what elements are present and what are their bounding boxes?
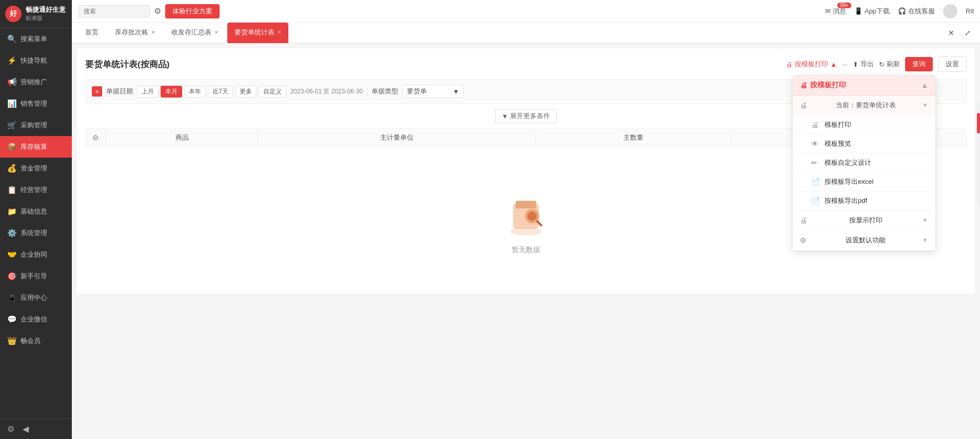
date-current-month-button[interactable]: 本月: [161, 86, 182, 98]
avatar[interactable]: [943, 4, 957, 18]
gear-icon[interactable]: ⚙: [154, 6, 161, 16]
dropdown-display-print[interactable]: 🖨 按显示打印 ▼: [793, 211, 935, 231]
dropdown-default-func[interactable]: ⚙ 设置默认功能 ▼: [793, 231, 935, 251]
sidebar-item-newguide[interactable]: 🎯 新手引导: [0, 265, 72, 287]
dropdown-export-pdf[interactable]: 📄 按模板导出pdf: [793, 192, 935, 211]
refresh-button[interactable]: ↻ 刷新: [879, 60, 900, 69]
message-badge: 99+: [837, 3, 851, 8]
more-icon: ···: [842, 61, 848, 68]
table-header-unit: 主计量单位: [258, 129, 536, 147]
template-preview-icon: 👁: [811, 140, 820, 148]
trial-button[interactable]: 体验行业方案: [165, 4, 220, 18]
sidebar-item-system[interactable]: ⚙️ 系统管理: [0, 222, 72, 244]
settings-bottom-icon[interactable]: ⚙: [7, 424, 14, 434]
table-header-settings[interactable]: ⚙: [86, 129, 106, 147]
refresh-label: 刷新: [887, 60, 900, 69]
sidebar-item-label: 新手引导: [21, 272, 47, 281]
sidebar-item-operations[interactable]: 📋 经营管理: [0, 179, 72, 201]
sidebar-item-marketing[interactable]: 📢 营销推广: [0, 71, 72, 93]
date-filter-buttons: 上月 本月 本年 近7天 更多 自定义: [137, 86, 286, 98]
type-filter-select[interactable]: 要货单 ▼: [402, 85, 464, 98]
sidebar-item-label: 资金管理: [21, 164, 47, 173]
sidebar-item-finance[interactable]: 💰 资金管理: [0, 158, 72, 179]
tab-home[interactable]: 首页: [78, 23, 106, 43]
sidebar-item-appcenter[interactable]: 📱 应用中心: [0, 287, 72, 309]
dropdown-template-print[interactable]: 🖨 模板打印: [793, 116, 935, 135]
tab-receipt-summary[interactable]: 收发存汇总表 ×: [164, 23, 225, 43]
sidebar-item-label: 系统管理: [21, 228, 47, 238]
sidebar-item-basic[interactable]: 📁 基础信息: [0, 201, 72, 222]
date-more-button[interactable]: 更多: [235, 86, 257, 98]
print-template-label: 按模板打印: [795, 60, 828, 69]
sidebar-item-sales[interactable]: 📊 销售管理: [0, 93, 72, 114]
date-prev-month-button[interactable]: 上月: [137, 86, 159, 98]
sidebar-item-search[interactable]: 🔍 搜索菜单: [0, 28, 72, 50]
goods-type-label: 要货单: [407, 87, 427, 96]
member-icon: 👑: [7, 336, 16, 346]
sidebar-scroll: 🔍 搜索菜单 ⚡ 快捷导航 📢 营销推广 📊 销售管理 🛒 采购管理 📦 库存核…: [0, 28, 72, 418]
dropdown-print-icon: 🖨: [800, 81, 807, 89]
tab-batch-account-close[interactable]: ×: [151, 29, 155, 36]
tab-batch-account-label: 库存批次账: [115, 28, 148, 37]
search-input[interactable]: [78, 5, 150, 17]
export-excel-icon: 📄: [811, 178, 820, 186]
query-button[interactable]: 查询: [905, 57, 933, 71]
dropdown-template-custom[interactable]: ✏ 模板自定义设计: [793, 154, 935, 173]
volume-bottom-icon[interactable]: ◀: [23, 424, 29, 434]
online-service-button[interactable]: 🎧 在线客服: [898, 7, 935, 16]
export-button[interactable]: ⬆ 导出: [853, 60, 874, 69]
dropdown-current-template[interactable]: 🖨 当前：要货单统计表 ▼: [793, 96, 935, 116]
date-current-year-button[interactable]: 本年: [184, 86, 206, 98]
main-area: ⚙ 体验行业方案 ✉ 消息 99+ 📱 App下载 🎧 在线客服 Rit 首页: [72, 0, 980, 439]
right-scrollbar[interactable]: [977, 103, 980, 205]
filter-separator: [367, 86, 367, 97]
sidebar-item-quicknav[interactable]: ⚡ 快捷导航: [0, 50, 72, 71]
export-pdf-label: 按模板导出pdf: [825, 196, 867, 205]
default-func-label: 设置默认功能: [846, 236, 886, 245]
sidebar-item-label: 快捷导航: [21, 56, 47, 65]
sidebar-item-member[interactable]: 👑 畅会员: [0, 330, 72, 352]
table-header-qty: 主数量: [536, 129, 730, 147]
filter-expand-button[interactable]: »: [92, 86, 102, 97]
app-title: 畅捷通好生意: [26, 5, 66, 14]
dropdown-template-preview[interactable]: 👁 模板预览: [793, 135, 935, 154]
empty-state-icon: [500, 188, 552, 239]
more-actions-button[interactable]: ···: [842, 61, 848, 68]
tab-close-all-button[interactable]: ✕: [945, 27, 957, 39]
table-settings-icon[interactable]: ⚙: [92, 133, 99, 142]
display-print-arrow: ▼: [922, 217, 928, 224]
expand-more-label: 展开更多条件: [510, 111, 550, 121]
tab-receipt-summary-close[interactable]: ×: [214, 29, 218, 36]
current-template-label: 当前：要货单统计表: [836, 101, 896, 110]
sidebar-item-inventory[interactable]: 📦 库存核算: [0, 136, 72, 158]
expand-more-button[interactable]: ▼ 展开更多条件: [495, 109, 557, 123]
sidebar-item-label: 营销推广: [21, 78, 47, 87]
tab-batch-account[interactable]: 库存批次账 ×: [108, 23, 162, 43]
date-7days-button[interactable]: 近7天: [208, 86, 233, 98]
sidebar-item-purchase[interactable]: 🛒 采购管理: [0, 114, 72, 136]
refresh-icon: ↻: [879, 61, 885, 68]
app-subtitle: 标准版: [26, 14, 66, 22]
online-service-label: 在线客服: [908, 7, 935, 16]
username-label: Rit: [966, 7, 974, 15]
corpwechat-icon: 💬: [7, 315, 16, 324]
tab-order-stats[interactable]: 要货单统计表 ×: [227, 23, 288, 43]
settings-button[interactable]: 设置: [938, 56, 967, 72]
date-custom-button[interactable]: 自定义: [259, 86, 286, 98]
print-chevron-icon: ▲: [830, 61, 837, 68]
sidebar-item-label: 搜索菜单: [21, 34, 47, 44]
dropdown-close-icon[interactable]: ▲: [921, 81, 928, 89]
dropdown-header: 🖨 按模板打印 ▲: [793, 75, 935, 96]
dropdown-export-excel[interactable]: 📄 按模板导出excel: [793, 173, 935, 192]
sidebar-item-collab[interactable]: 🤝 企业协同: [0, 244, 72, 265]
date-filter-label: 单据日期: [106, 87, 133, 96]
print-template-button[interactable]: 🖨 按模板打印 ▲: [786, 60, 837, 69]
tab-order-stats-close[interactable]: ×: [278, 29, 281, 36]
app-download-button[interactable]: 📱 App下载: [854, 7, 890, 16]
default-func-arrow: ▼: [922, 237, 928, 244]
sidebar-item-corpwechat[interactable]: 💬 企业微信: [0, 309, 72, 330]
sidebar-item-label: 库存核算: [21, 142, 47, 151]
tab-controls: ✕ ⤢: [945, 27, 974, 39]
message-button[interactable]: ✉ 消息 99+: [825, 7, 846, 16]
tab-expand-button[interactable]: ⤢: [962, 27, 974, 39]
